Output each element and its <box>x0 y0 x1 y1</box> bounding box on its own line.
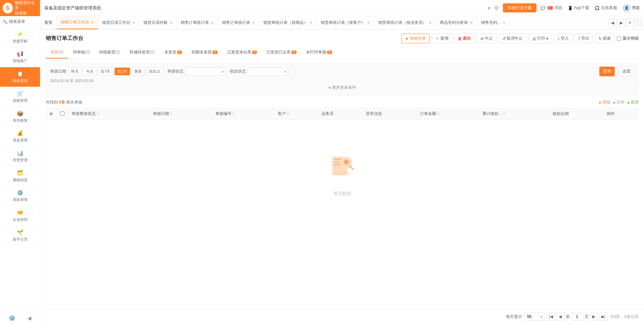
tab-fullscreen-button[interactable]: ⛶ <box>635 19 643 27</box>
th-number[interactable]: 单据编号 <box>212 108 274 120</box>
date-custom-btn[interactable]: 自定义 <box>146 68 163 75</box>
tab-margin[interactable]: 商品毛利分析表 ✕ <box>436 16 477 29</box>
query-button[interactable]: 查询 <box>599 67 615 76</box>
tab-stat-product-close[interactable]: ✕ <box>310 21 312 25</box>
th-settings[interactable]: ⚙ <box>46 108 57 120</box>
expand-more-btn[interactable]: ▾ 展开更多条件 <box>50 83 634 92</box>
tab-sales-workbench-close[interactable]: ✕ <box>91 21 94 24</box>
date-7days-btn[interactable]: 近7天 <box>98 68 113 75</box>
tab-stat-staff[interactable]: 销货单统计表（按业务员） ✕ <box>374 16 436 29</box>
payment-select[interactable] <box>248 68 288 76</box>
next-page-button[interactable]: ▶ <box>590 313 598 321</box>
tab-sales-stat[interactable]: 销售订单统计表 ✕ <box>177 16 218 29</box>
stop-button[interactable]: ⊘ 中止 <box>477 34 497 43</box>
last-page-button[interactable]: ▶| <box>599 313 607 321</box>
add-button[interactable]: ＋ 新增 <box>432 34 452 43</box>
tab-cash-daily[interactable]: 钱货日清工作台 ✕ <box>98 16 139 29</box>
sub-tab-shipped-not-out[interactable]: 已发货未出库0 <box>222 47 262 58</box>
per-page-select[interactable]: 50 100 200 <box>524 313 544 321</box>
import-button[interactable]: ⤵ 导入 <box>554 34 572 43</box>
sidebar-search[interactable]: 🔍 搜索菜单 <box>0 16 40 28</box>
print-dropdown-icon: ▾ <box>546 36 548 41</box>
sidebar-item-sales[interactable]: 📋 销售管理 <box>0 67 40 87</box>
tab-stat-customer-close[interactable]: ✕ <box>367 21 370 25</box>
app-label: App下载 <box>574 5 589 11</box>
settings-bottom-icon[interactable]: ⚙️ <box>9 315 15 321</box>
date-more-btn[interactable]: 更多 <box>131 68 145 75</box>
tab-sales-exec[interactable]: 销售订单执行表 ✕ <box>218 16 259 29</box>
sub-tab-pending-review[interactable]: 待审核(0) <box>68 47 95 58</box>
user-menu[interactable]: 👤 用友 <box>622 4 640 12</box>
tab-next-button[interactable]: ▶ <box>617 19 625 27</box>
sidebar-item-basic[interactable]: 🗂️ 基础信息 <box>0 166 40 186</box>
tab-profit-close[interactable]: ✕ <box>503 21 505 25</box>
reject-action-link[interactable]: ● 弃审 <box>613 99 625 105</box>
sidebar-item-marketing[interactable]: 📢 营销推广 <box>0 47 40 67</box>
status-select[interactable] <box>185 68 226 76</box>
ship-action-link[interactable]: ● 发货 <box>627 99 639 105</box>
service-item[interactable]: 🎧 在线客服 <box>595 5 617 11</box>
sub-tab-not-shipped[interactable]: 未发货0 <box>160 47 187 58</box>
tab-profit[interactable]: 销售毛利... ✕ <box>477 16 510 29</box>
tab-sales-workbench-label: 销售订单工作台 <box>61 19 89 25</box>
date-yesterday-btn[interactable]: 昨天 <box>68 68 82 75</box>
sub-tab-wangpu[interactable]: 旺铺待发货(0) <box>125 47 160 58</box>
approve-action-link[interactable]: ● 审核 <box>599 99 610 105</box>
sub-tab-overdue[interactable]: 到期未发货0 <box>187 47 222 58</box>
print-button[interactable]: 🖨 打印 ▾ <box>528 34 552 43</box>
sidebar-item-purchase[interactable]: 🛒 采购管理 <box>0 87 40 107</box>
sidebar-item-quicknav[interactable]: ⚡ 快捷导航 <box>0 28 40 47</box>
tab-sales-workbench[interactable]: 销售订单工作台 ✕ <box>57 16 98 29</box>
cancel-stop-button[interactable]: ↺ 取消中止 <box>499 34 526 43</box>
export-button[interactable]: ⤴ 导出 <box>574 34 593 43</box>
tab-stat-customer[interactable]: 销货单统计表（按客户） ✕ <box>317 16 374 29</box>
tab-cash-account[interactable]: 钱货日清对账 ✕ <box>139 16 177 29</box>
topbar: 装备及固定资产辅助管理系统 ▾ ⚙ 体验行业方案 💬 6 消息 📱 App下载 … <box>40 0 644 16</box>
th-received[interactable]: 累计收款... <box>479 108 549 120</box>
gear-icon[interactable]: ⚙ <box>494 5 499 11</box>
sidebar-item-guide[interactable]: 🌱 新手引导 <box>0 226 40 246</box>
smart-create-button[interactable]: ★ 智能生单 <box>401 34 430 43</box>
sidebar-item-operations[interactable]: 📊 经营管理 <box>0 147 40 166</box>
sidebar-item-corp[interactable]: 🤝 企业协同 <box>0 206 40 226</box>
tab-margin-close[interactable]: ✕ <box>470 21 473 25</box>
svg-rect-4 <box>334 164 341 165</box>
page-number-input[interactable] <box>571 313 583 321</box>
th-amount[interactable]: 订单金额 <box>417 108 479 120</box>
message-icon-item[interactable]: 💬 6 消息 <box>541 5 562 11</box>
tab-sales-stat-close[interactable]: ✕ <box>211 21 214 25</box>
sidebar-item-system[interactable]: ⚙️ 系统管理 <box>0 186 40 206</box>
sidebar-item-finance[interactable]: 💰 资金管理 <box>0 127 40 147</box>
industry-plan-button[interactable]: 体验行业方案 <box>503 3 536 12</box>
first-page-button[interactable]: |◀ <box>547 313 555 321</box>
sidebar-item-inventory[interactable]: 📦 库存核算 <box>0 107 40 127</box>
show-detail-input[interactable] <box>617 36 621 41</box>
prev-page-button[interactable]: ◀ <box>556 313 564 321</box>
th-checkbox[interactable] <box>57 108 68 120</box>
tab-stat-product[interactable]: 销货单统计表（按商品） ✕ <box>259 16 317 29</box>
tab-sales-exec-close[interactable]: ✕ <box>252 21 255 25</box>
refresh-button[interactable]: ↻ 刷新 <box>595 34 615 43</box>
date-today-btn[interactable]: 今天 <box>83 68 96 75</box>
sub-tab-not-printed[interactable]: 未打印单据0 <box>301 47 337 58</box>
app-download-item[interactable]: 📱 App下载 <box>568 5 589 11</box>
delete-button[interactable]: 🗑 删除 <box>454 34 475 43</box>
th-customer[interactable]: 客户 <box>274 108 318 120</box>
th-date[interactable]: 单据日期 <box>149 108 212 120</box>
tab-stat-staff-close[interactable]: ✕ <box>429 21 431 25</box>
sub-tab-pending-inspection[interactable]: 待拣验货(0) <box>94 47 125 58</box>
collapse-icon[interactable]: ◀ <box>27 315 31 321</box>
tab-cash-daily-close[interactable]: ✕ <box>132 21 135 25</box>
tab-cash-account-close[interactable]: ✕ <box>170 21 172 25</box>
th-status[interactable]: 单据整体状态 <box>68 108 149 120</box>
filter-settings-button[interactable]: 设置 <box>619 67 634 76</box>
show-detail-checkbox[interactable]: 显示明细 <box>617 36 639 41</box>
expand-dropdown-icon[interactable]: ▾ <box>488 5 490 11</box>
sub-tab-shipped-out[interactable]: 已发货已出库0 <box>262 47 301 58</box>
select-all-checkbox[interactable] <box>60 111 65 116</box>
tab-close-all-button[interactable]: ✕ <box>626 19 634 27</box>
tab-prev-button[interactable]: ◀ <box>608 19 616 27</box>
tab-home[interactable]: 首页 <box>40 16 57 29</box>
date-1month-btn[interactable]: 近1月 <box>115 68 130 75</box>
sub-tab-all[interactable]: 全部(0) <box>46 47 68 58</box>
